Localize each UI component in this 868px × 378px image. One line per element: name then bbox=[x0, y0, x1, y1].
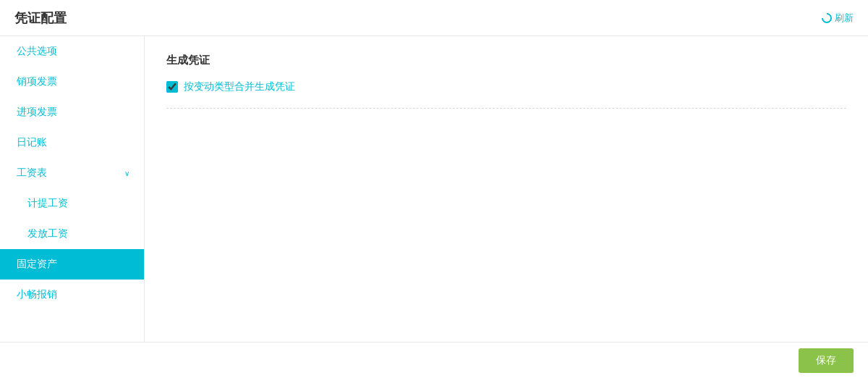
page-footer: 保存 bbox=[0, 342, 868, 378]
merge-checkbox[interactable] bbox=[166, 81, 178, 93]
content-area: 生成凭证 按变动类型合并生成凭证 bbox=[145, 36, 868, 342]
sidebar-item-label: 日记账 bbox=[17, 136, 47, 149]
section-divider bbox=[166, 108, 846, 109]
page-header: 凭证配置 刷新 bbox=[0, 0, 868, 36]
sidebar-item-label: 发放工资 bbox=[27, 227, 68, 240]
sidebar-item-public-options[interactable]: 公共选项 bbox=[0, 36, 144, 67]
sidebar: 公共选项销项发票进项发票日记账工资表∨计提工资发放工资固定资产小畅报销 bbox=[0, 36, 145, 342]
sidebar-item-payroll-issue[interactable]: 发放工资 bbox=[0, 219, 144, 249]
refresh-label: 刷新 bbox=[835, 12, 854, 25]
checkbox-row: 按变动类型合并生成凭证 bbox=[166, 80, 846, 93]
refresh-button[interactable]: 刷新 bbox=[822, 12, 854, 25]
sidebar-item-payroll-calc[interactable]: 计提工资 bbox=[0, 188, 144, 219]
sidebar-item-purchase-invoice[interactable]: 进项发票 bbox=[0, 97, 144, 127]
section-title: 生成凭证 bbox=[166, 54, 846, 67]
sidebar-item-label: 小畅报销 bbox=[17, 288, 57, 301]
chevron-down-icon: ∨ bbox=[124, 169, 129, 177]
sidebar-item-label: 工资表 bbox=[17, 167, 47, 180]
sidebar-item-fixed-assets[interactable]: 固定资产 bbox=[0, 249, 144, 280]
merge-checkbox-label[interactable]: 按变动类型合并生成凭证 bbox=[184, 80, 295, 93]
sidebar-item-payroll[interactable]: 工资表∨ bbox=[0, 158, 144, 188]
main-layout: 公共选项销项发票进项发票日记账工资表∨计提工资发放工资固定资产小畅报销 生成凭证… bbox=[0, 36, 868, 342]
sidebar-item-label: 固定资产 bbox=[17, 258, 57, 271]
sidebar-item-sales-invoice[interactable]: 销项发票 bbox=[0, 67, 144, 97]
refresh-icon bbox=[820, 11, 834, 25]
sidebar-item-label: 公共选项 bbox=[17, 45, 57, 58]
sidebar-item-label: 计提工资 bbox=[27, 197, 68, 210]
sidebar-item-journal[interactable]: 日记账 bbox=[0, 127, 144, 158]
sidebar-item-expense-claim[interactable]: 小畅报销 bbox=[0, 280, 144, 310]
sidebar-item-label: 进项发票 bbox=[17, 106, 57, 119]
page-title: 凭证配置 bbox=[14, 9, 67, 27]
save-button[interactable]: 保存 bbox=[799, 348, 854, 373]
sidebar-item-label: 销项发票 bbox=[17, 75, 57, 88]
